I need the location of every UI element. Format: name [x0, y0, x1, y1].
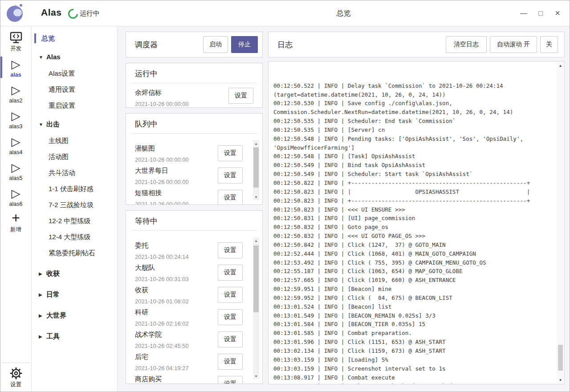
nav-item[interactable]: 活动图 [32, 152, 117, 162]
sidebar-item-label: alas [10, 72, 21, 78]
sidebar-item-alas[interactable]: ▷ alas [0, 54, 31, 80]
clear-log-button[interactable]: 清空日志 [446, 36, 487, 53]
task-settings-button[interactable]: 设置 [218, 376, 243, 384]
sidebar-item-alas2[interactable]: ▷ alas2 [0, 80, 31, 106]
nav-item[interactable]: 7-2 三战捡垃圾 [32, 200, 117, 210]
scroll-up-icon[interactable]: ▲ [557, 62, 564, 69]
group-arrow-icon [39, 53, 46, 62]
autoscroll-on-button[interactable]: 自动滚动 开 [490, 36, 537, 53]
log-line: 00:12:50.548 | INFO | [Task] OpsiAshAssi… [273, 152, 557, 161]
minimize-icon[interactable]: — [515, 9, 532, 17]
nav-item[interactable]: 通用设置 [32, 85, 117, 94]
nav-item[interactable]: 总览 [32, 33, 117, 43]
log-line: 00:13:14.027 | INFO | Combat auto check … [273, 382, 557, 384]
waiting-title: 等待中 [135, 216, 253, 226]
nav-item-label: 紧急委托刷钻石 [49, 249, 95, 257]
scrollbar-thumb[interactable] [253, 147, 259, 188]
nav-item[interactable]: Alas设置 [32, 69, 117, 78]
group-arrow-icon [39, 332, 46, 342]
log-output[interactable]: 00:12:50.522 | INFO | Delay task `Commis… [268, 61, 565, 384]
nav-item[interactable]: 重启设置 [32, 101, 117, 110]
nav-item[interactable]: 出击 [32, 119, 117, 130]
running-spinner-icon [66, 7, 80, 21]
scroll-up-icon[interactable]: ▲ [253, 140, 259, 147]
nav-item[interactable]: 共斗活动 [32, 168, 117, 178]
nav-item-label: 活动图 [49, 153, 69, 160]
log-line: 00:12:50.823 | INFO | | OPSIASHASSIST | [273, 188, 557, 196]
titlebar: Alas 运行中 总览 — □ × [0, 0, 570, 26]
log-scrollbar[interactable]: ▲ ▼ [557, 62, 564, 384]
autoscroll-off-button[interactable]: 关 [540, 36, 558, 53]
play-icon: ▷ [12, 83, 20, 97]
scroll-down-icon[interactable]: ▼ [253, 373, 259, 379]
close-icon[interactable]: × [549, 8, 566, 18]
nav-item-label: 12-4 大型练级 [49, 233, 90, 241]
scheduler-start-button[interactable]: 启动 [203, 36, 228, 53]
task-settings-button[interactable]: 设置 [218, 354, 243, 370]
log-line: 00:12:50.549 | INFO | Scheduler: Start t… [273, 170, 557, 179]
nav-item-label: 7-2 三战捡垃圾 [49, 201, 94, 208]
log-line: 00:12:57.665 | INFO | Click (1019, 660) … [273, 276, 557, 285]
log-line: 00:12:50.823 | INFO | +-----------------… [273, 196, 557, 205]
nav-item-label: 工具 [46, 332, 60, 340]
nav-item[interactable]: 12-2 中型练级 [32, 216, 117, 226]
task-settings-button[interactable]: 设置 [218, 309, 243, 325]
task-settings-button[interactable]: 设置 [218, 287, 243, 303]
task-settings-button[interactable]: 设置 [228, 88, 253, 104]
sidebar-item-label: 开发 [10, 45, 21, 53]
scrollbar[interactable]: ▲ ▼ [253, 140, 259, 200]
play-icon: ▷ [12, 135, 20, 149]
nav-item[interactable]: Alas [32, 52, 117, 62]
scrollbar-thumb[interactable] [253, 245, 259, 312]
log-line: 00:12:59.951 | INFO | [Beacon] mine [273, 285, 557, 294]
sidebar-item-add[interactable]: + 新增 [0, 209, 31, 235]
log-line: 00:13:01.585 | INFO | Combat preparation… [273, 329, 557, 338]
nav-item-label: 重启设置 [49, 102, 75, 109]
nav-item[interactable]: 12-4 大型练级 [32, 232, 117, 242]
task-settings-button[interactable]: 设置 [218, 145, 243, 161]
scrollbar[interactable]: ▲ ▼ [253, 237, 259, 379]
play-icon: ▷ [12, 186, 20, 200]
sidebar-item-dev[interactable]: 开发 [0, 29, 31, 54]
scroll-up-icon[interactable]: ▲ [253, 237, 259, 244]
nav-item[interactable]: 大世界 [32, 310, 117, 321]
nav-item[interactable]: 收获 [32, 269, 117, 279]
log-line: 00:13:01.524 | INFO | [Beacon] list [273, 302, 557, 311]
scheduler-stop-button[interactable]: 停止 [231, 36, 258, 53]
pending-task-list: 潜艇图 2021-10-26 00:00:00 设置 大世界每日 2021-10… [135, 140, 243, 205]
scroll-down-icon[interactable]: ▼ [253, 194, 259, 200]
scrollbar-thumb[interactable] [558, 345, 563, 371]
instance-sidebar: 开发 ▷ alas ▷ alas2 ▷ alas3 ▷ alas4 ▷ alas… [0, 26, 32, 392]
nav-item[interactable]: 工具 [32, 331, 117, 342]
task-settings-button[interactable]: 设置 [218, 190, 243, 205]
task-settings-button[interactable]: 设置 [218, 265, 243, 281]
maximize-icon[interactable]: □ [532, 9, 549, 17]
log-line: 00:12:50.549 | INFO | Bind task OpsiAshA… [273, 161, 557, 170]
nav-item[interactable]: 1-1 伏击刷好感 [32, 184, 117, 194]
sidebar-item-alas6[interactable]: ▷ alas6 [0, 184, 31, 209]
group-arrow-icon [39, 269, 46, 279]
sidebar-item-alas4[interactable]: ▷ alas4 [0, 132, 31, 158]
sidebar-item-alas5[interactable]: ▷ alas5 [0, 158, 31, 184]
task-settings-button[interactable]: 设置 [218, 242, 243, 258]
task-row: 商店购买 设置 [135, 371, 243, 384]
log-header-panel: 日志 清空日志 自动滚动 开 关 [268, 32, 565, 57]
play-icon: ▷ [12, 109, 20, 123]
task-row: 战术学院 2021-10-26 02:45:50 设置 [135, 326, 243, 348]
sidebar-item-settings[interactable]: 设置 [0, 363, 31, 392]
gear-icon [9, 366, 23, 380]
log-line: 00:12:50.535 | INFO | Scheduler: End tas… [273, 117, 557, 126]
scroll-down-icon[interactable]: ▼ [557, 376, 564, 384]
pending-title: 队列中 [135, 119, 253, 129]
sidebar-item-alas3[interactable]: ▷ alas3 [0, 106, 31, 132]
log-line: 00:12:52.444 | INFO | Click (1068, 401) … [273, 249, 557, 258]
nav-item[interactable]: 日常 [32, 290, 117, 300]
task-settings-button[interactable]: 设置 [218, 331, 243, 347]
nav-item[interactable]: 紧急委托刷钻石 [32, 248, 117, 258]
sidebar-item-label: alas6 [9, 201, 23, 207]
nav-item[interactable]: 主线图 [32, 136, 117, 146]
divider [131, 133, 257, 134]
nav-item-label: Alas [46, 53, 61, 61]
task-settings-button[interactable]: 设置 [218, 167, 243, 184]
log-line: 00:12:50.832 | INFO | <<< UI GOTO PAGE_O… [273, 232, 557, 241]
